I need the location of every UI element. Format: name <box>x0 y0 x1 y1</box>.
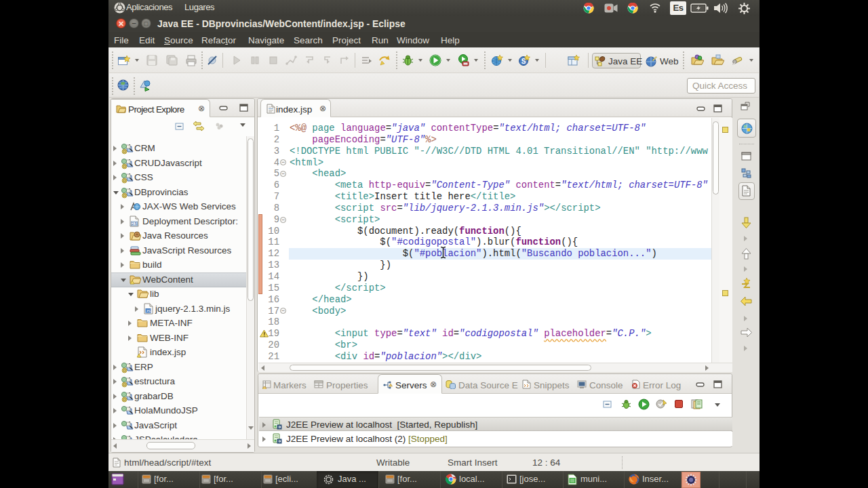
svg-text:S: S <box>521 58 526 65</box>
svg-text:2.5: 2.5 <box>132 222 137 226</box>
svg-text:JS: JS <box>146 309 151 313</box>
